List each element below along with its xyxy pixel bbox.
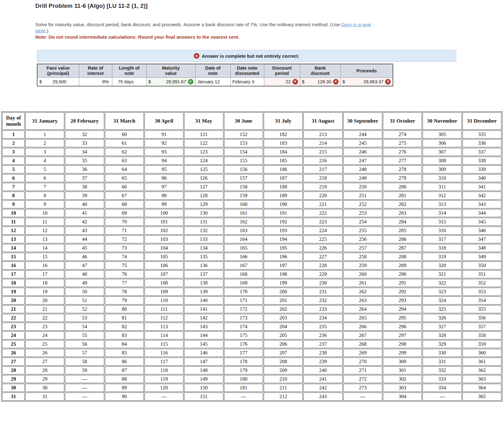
bank-discount: 128.30 bbox=[305, 79, 331, 84]
day-number-cell: 32 bbox=[65, 130, 104, 139]
day-table-row: 10104169100130161191222253283314344 bbox=[2, 209, 502, 217]
day-number-cell: 186 bbox=[264, 165, 303, 173]
day-number-cell: 138 bbox=[184, 279, 223, 287]
dollar-sign: $ bbox=[343, 79, 345, 84]
day-number-cell: 99 bbox=[144, 200, 183, 208]
day-of-month-cell: 8 bbox=[2, 192, 25, 200]
day-number-cell: 71 bbox=[105, 227, 144, 235]
day-number-cell: 131 bbox=[184, 218, 223, 226]
problem-statement: Solve for maturity value, discount perio… bbox=[35, 22, 372, 40]
day-number-cell: 118 bbox=[144, 366, 183, 374]
day-number-cell: 107 bbox=[144, 270, 183, 278]
day-of-month-cell: 14 bbox=[2, 244, 25, 252]
day-number-cell: 20 bbox=[25, 296, 64, 305]
day-table-row: 88396798128159189220251281312342 bbox=[2, 192, 502, 200]
day-number-cell: 267 bbox=[343, 331, 382, 339]
day-number-cell: 176 bbox=[224, 340, 263, 348]
day-number-cell: 312 bbox=[423, 192, 462, 200]
day-number-cell: 78 bbox=[105, 288, 144, 296]
day-number-cell: 363 bbox=[462, 375, 502, 383]
length-of-note: 75 days bbox=[114, 79, 144, 84]
day-number-cell: 243 bbox=[303, 392, 342, 401]
day-number-cell: 173 bbox=[224, 314, 263, 322]
day-number-cell: 123 bbox=[184, 148, 223, 156]
day-of-month-cell: 29 bbox=[2, 375, 25, 383]
day-number-cell: 212 bbox=[264, 392, 303, 401]
day-table-row: 18184977108138169199230261291322352 bbox=[2, 279, 502, 287]
day-number-cell: 192 bbox=[264, 218, 303, 226]
day-number-cell: 282 bbox=[383, 200, 422, 208]
dollar-sign: $ bbox=[149, 79, 151, 84]
day-number-cell: 208 bbox=[264, 358, 303, 366]
day-of-month-cell: 19 bbox=[2, 288, 25, 296]
day-number-cell: 66 bbox=[105, 183, 144, 191]
day-number-cell: 39 bbox=[65, 192, 104, 200]
day-number-cell: 109 bbox=[144, 288, 183, 296]
day-number-cell: 40 bbox=[65, 200, 104, 208]
day-number-cell: 248 bbox=[343, 165, 382, 173]
day-number-cell: 106 bbox=[144, 261, 183, 270]
day-number-cell: 22 bbox=[25, 314, 64, 322]
day-number-cell: 102 bbox=[144, 227, 183, 235]
incorrect-x-icon: ✕ bbox=[385, 79, 391, 85]
day-number-cell: 152 bbox=[224, 130, 263, 139]
day-number-cell: 7 bbox=[25, 183, 64, 191]
date-of-note-cell: January 12 bbox=[195, 78, 230, 86]
month-header: 30 September bbox=[343, 112, 382, 130]
header-discount-period: Discount period bbox=[264, 64, 300, 78]
day-number-cell: 314 bbox=[423, 209, 462, 217]
day-number-cell: 285 bbox=[383, 227, 422, 235]
day-number-cell: 224 bbox=[303, 227, 342, 235]
day-number-cell: 31 bbox=[25, 392, 64, 401]
bank-discount-input[interactable]: $ 128.30 ✕ bbox=[300, 78, 340, 86]
banner-text: Answer is complete but not entirely corr… bbox=[202, 53, 300, 59]
day-number-cell: 147 bbox=[184, 358, 223, 366]
day-number-cell: 77 bbox=[105, 279, 144, 287]
day-number-cell: 311 bbox=[423, 183, 462, 191]
day-number-cell: 98 bbox=[144, 192, 183, 200]
day-number-cell: 103 bbox=[144, 235, 183, 243]
day-number-cell: 284 bbox=[383, 218, 422, 226]
day-number-cell: 179 bbox=[224, 366, 263, 374]
day-number-cell: 203 bbox=[264, 314, 303, 322]
day-table-row: 3131—90—151—212243—304—365 bbox=[2, 392, 502, 401]
day-number-cell: 307 bbox=[423, 148, 462, 156]
day-number-cell: 101 bbox=[144, 218, 183, 226]
day-number-cell: 45 bbox=[65, 244, 104, 252]
day-number-cell: 88 bbox=[105, 375, 144, 383]
day-number-cell: 259 bbox=[343, 261, 382, 270]
month-header: 31 December bbox=[462, 112, 502, 130]
day-of-month-cell: 9 bbox=[2, 200, 25, 208]
day-number-cell: 353 bbox=[462, 288, 502, 296]
day-number-cell: 324 bbox=[423, 296, 462, 305]
day-number-cell: 55 bbox=[65, 331, 104, 339]
day-number-cell: 228 bbox=[303, 261, 342, 270]
day-number-cell: 231 bbox=[303, 288, 342, 296]
day-number-cell: 326 bbox=[423, 314, 462, 322]
discount-period-input[interactable]: 22 ✕ bbox=[264, 78, 300, 86]
day-number-cell: 129 bbox=[184, 200, 223, 208]
day-number-cell: 292 bbox=[383, 288, 422, 296]
day-number-cell: 148 bbox=[184, 366, 223, 374]
maturity-value-input[interactable]: $ 29,991.67 ✓ bbox=[146, 78, 195, 86]
day-number-cell: 304 bbox=[383, 392, 422, 401]
day-number-cell: 346 bbox=[462, 227, 502, 235]
day-number-cell: 182 bbox=[264, 130, 303, 139]
day-number-cell: 128 bbox=[184, 192, 223, 200]
day-number-cell: 318 bbox=[423, 244, 462, 252]
day-number-cell: 104 bbox=[144, 244, 183, 252]
day-of-month-cell: 22 bbox=[2, 314, 25, 322]
month-header: 30 April bbox=[144, 112, 183, 130]
day-number-cell: 299 bbox=[383, 349, 422, 357]
day-number-cell: 328 bbox=[423, 331, 462, 339]
day-number-cell: 172 bbox=[224, 305, 263, 313]
date-note-discounted: February 3 bbox=[232, 79, 262, 84]
day-number-cell: 269 bbox=[343, 349, 382, 357]
proceeds-input[interactable]: $ 29,863.37 ✕ bbox=[340, 78, 393, 86]
day-number-cell: 168 bbox=[224, 270, 263, 278]
day-number-cell: 92 bbox=[144, 139, 183, 147]
day-number-cell: 41 bbox=[65, 209, 104, 217]
day-number-cell: 320 bbox=[423, 261, 462, 270]
day-number-cell: 1 bbox=[25, 130, 64, 139]
day-number-cell: 145 bbox=[184, 340, 223, 348]
